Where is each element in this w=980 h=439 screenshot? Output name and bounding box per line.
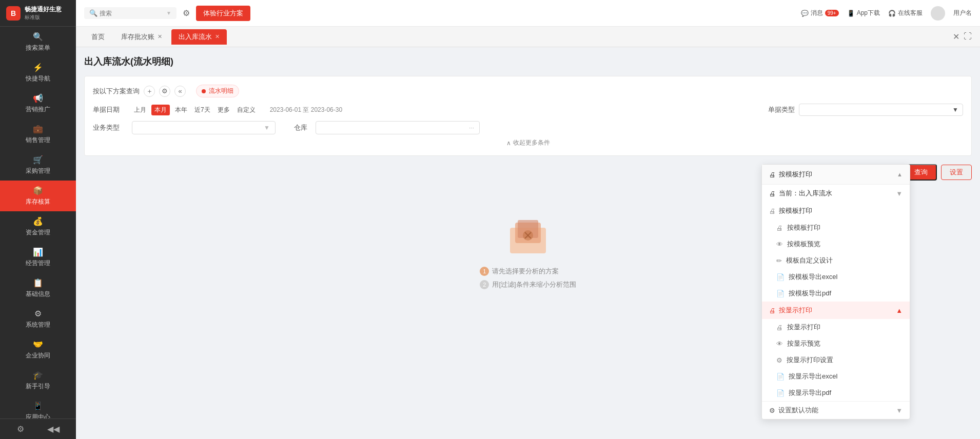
sidebar-item-search[interactable]: 🔍 搜索菜单 (0, 27, 76, 57)
collapse-filter-btn[interactable]: ∧ 收起更多条件 (93, 138, 963, 147)
display-excel-icon: 📄 (776, 373, 785, 381)
notification-badge: 99+ (825, 10, 839, 16)
tab-home[interactable]: 首页 (84, 29, 112, 45)
dropdown-template-pdf[interactable]: 📄 按模板导出pdf (762, 285, 910, 302)
settings-btn[interactable]: 设置 (941, 165, 972, 180)
doc-type-label: 单据类型 (768, 105, 795, 114)
sidebar-item-marketing[interactable]: 📢 营销推广 (0, 88, 76, 119)
sidebar-item-apps[interactable]: 📱 应用中心 (0, 396, 76, 418)
dropdown-display-print[interactable]: 🖨 按显示打印 (762, 319, 910, 335)
coop-icon: 🤝 (33, 340, 43, 349)
collapse-sidebar-btn[interactable]: ◀◀ (47, 424, 60, 434)
date-shortcut-more[interactable]: 更多 (215, 105, 232, 115)
date-shortcut-7days[interactable]: 近7天 (192, 105, 212, 115)
dropdown-template-preview[interactable]: 👁 按模板预览 (762, 236, 910, 252)
dropdown-template-print[interactable]: 🖨 按模板打印 (762, 220, 910, 236)
operation-icon: 📊 (33, 247, 43, 257)
basic-icon: 📋 (33, 278, 43, 288)
sidebar-item-basic[interactable]: 📋 基础信息 (0, 273, 76, 304)
search-magnify-icon: 🔍 (89, 9, 97, 17)
sidebar-item-shortcut[interactable]: ⚡ 快捷导航 (0, 57, 76, 88)
filter-date-row: 单据日期 上月 本月 本年 近7天 更多 自定义 2023-06-01 至 20… (93, 104, 963, 116)
apps-icon: 📱 (33, 401, 43, 411)
template-section-icon: 🖨 (769, 207, 776, 215)
marketing-icon: 📢 (33, 93, 43, 103)
dropdown-display-settings[interactable]: ⚙ 按显示打印设置 (762, 352, 910, 368)
avatar[interactable] (931, 6, 945, 21)
user-name: 用户名 (953, 9, 972, 17)
date-shortcut-this-year[interactable]: 本年 (173, 105, 189, 115)
sidebar-item-inventory[interactable]: 📦 库存核算 (0, 181, 76, 211)
notification-btn[interactable]: 💬 消息 99+ (801, 9, 839, 17)
tab-bar: 首页 库存批次账 ✕ 出入库流水 ✕ ✕ ⛶ (76, 27, 980, 47)
hint-item-2: 2 用[过滤]条件来缩小分析范围 (480, 280, 576, 289)
logo-text: 畅捷通好生意 标准版 (25, 6, 62, 21)
dropdown-footer-settings[interactable]: ⚙ 设置默认功能 ▼ (762, 401, 910, 419)
sidebar-item-guide[interactable]: 🎓 新手引导 (0, 365, 76, 396)
search-icon: 🔍 (33, 32, 43, 42)
date-range: 2023-06-01 至 2023-06-30 (270, 106, 342, 114)
filter-settings-btn[interactable]: ⚙ (159, 86, 170, 97)
tab-flow[interactable]: 出入库流水 ✕ (171, 29, 227, 45)
doc-type-select[interactable]: ▼ (799, 104, 963, 116)
header-search-box[interactable]: 🔍 ▼ (84, 7, 177, 19)
template-excel-icon: 📄 (776, 273, 785, 281)
purchase-icon: 🛒 (33, 155, 43, 165)
date-shortcut-custom[interactable]: 自定义 (235, 105, 258, 115)
content-area: 出入库流水(流水明细) 按以下方案查询 ＋ ⚙ « 流水明细 单据日期 (76, 47, 980, 439)
display-section-header[interactable]: 🖨 按显示打印 ▲ (762, 302, 910, 319)
header-right: 💬 消息 99+ 📱 App下载 🎧 在线客服 用户名 (801, 6, 972, 21)
tab-flow-close[interactable]: ✕ (215, 33, 220, 40)
date-label: 单据日期 (93, 105, 124, 114)
tab-batch[interactable]: 库存批次账 ✕ (114, 29, 169, 45)
page-title: 出入库流水(流水明细) (84, 55, 972, 68)
tag-dot (202, 89, 206, 93)
app-download-btn[interactable]: 📱 App下载 (847, 9, 880, 17)
filter-add-btn[interactable]: ＋ (144, 86, 155, 97)
date-shortcuts: 上月 本月 本年 近7天 更多 自定义 (132, 105, 258, 115)
search-input[interactable] (100, 10, 166, 17)
settings-bottom-btn[interactable]: ⚙ (17, 424, 24, 434)
online-service-btn[interactable]: 🎧 在线客服 (888, 9, 923, 17)
biz-type-select[interactable]: ▼ (132, 121, 276, 134)
print-dropdown-panel: 🖨 按模板打印 ▲ 🖨 当前：出入库流水 ▼ 🖨 (761, 164, 910, 420)
tab-batch-close[interactable]: ✕ (158, 33, 162, 40)
logo-icon: B (6, 6, 21, 21)
sidebar: B 畅捷通好生意 标准版 🔍 搜索菜单 ⚡ 快捷导航 📢 营销推广 💼 销售管理… (0, 0, 76, 439)
sidebar-item-operation[interactable]: 📊 经营管理 (0, 242, 76, 273)
dropdown-display-preview[interactable]: 👁 按显示预览 (762, 335, 910, 352)
sidebar-item-coop[interactable]: 🤝 企业协同 (0, 334, 76, 365)
dropdown-display-pdf[interactable]: 📄 按显示导出pdf (762, 385, 910, 401)
filter-collapse-btn[interactable]: « (174, 86, 186, 97)
sidebar-item-finance[interactable]: 💰 资金管理 (0, 211, 76, 242)
filter-tag[interactable]: 流水明细 (196, 85, 239, 97)
dropdown-up-chevron[interactable]: ▲ (897, 171, 903, 177)
inventory-icon: 📦 (33, 186, 43, 195)
doc-type-filter: 单据类型 ▼ (768, 104, 963, 116)
dropdown-display-excel[interactable]: 📄 按显示导出excel (762, 368, 910, 385)
filter-panel: 按以下方案查询 ＋ ⚙ « 流水明细 单据日期 上月 本月 本年 (84, 76, 972, 156)
tab-expand-icon[interactable]: ⛶ (964, 32, 972, 42)
sidebar-item-sales[interactable]: 💼 销售管理 (0, 119, 76, 150)
sidebar-item-system[interactable]: ⚙ 系统管理 (0, 304, 76, 334)
dropdown-current-item[interactable]: 🖨 当前：出入库流水 ▼ (762, 185, 910, 202)
tab-close-all-icon[interactable]: ✕ (953, 32, 959, 42)
filter-title: 按以下方案查询 (93, 87, 140, 96)
biz-type-chevron: ▼ (264, 124, 270, 131)
template-preview-icon: 👁 (776, 241, 783, 248)
industry-btn[interactable]: 体验行业方案 (196, 6, 250, 21)
hint-num-2: 2 (480, 280, 489, 289)
sidebar-item-purchase[interactable]: 🛒 采购管理 (0, 150, 76, 181)
dropdown-template-custom[interactable]: ✏ 模板自定义设计 (762, 252, 910, 269)
logo-area: B 畅捷通好生意 标准版 (0, 0, 76, 27)
headset-icon: 🎧 (888, 10, 896, 17)
sidebar-bottom: ⚙ ◀◀ (0, 418, 76, 439)
template-section-header[interactable]: 🖨 按模板打印 (762, 202, 910, 220)
biz-type-label: 业务类型 (93, 123, 124, 132)
header-gear-icon[interactable]: ⚙ (183, 8, 190, 18)
warehouse-select[interactable]: ··· (316, 121, 480, 134)
hint-text-1: 请先选择要分析的方案 (492, 267, 559, 276)
date-shortcut-this-month[interactable]: 本月 (151, 105, 170, 115)
date-shortcut-last-month[interactable]: 上月 (132, 105, 148, 115)
dropdown-template-excel[interactable]: 📄 按模板导出excel (762, 269, 910, 285)
